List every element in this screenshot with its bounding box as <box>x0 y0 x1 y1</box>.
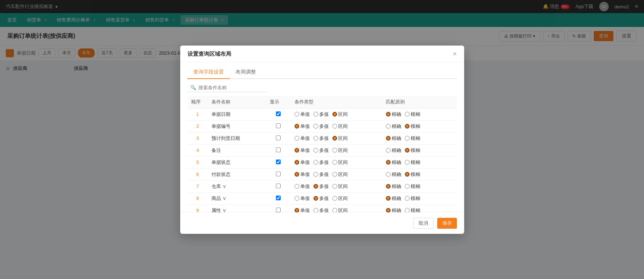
match-radio-模糊[interactable] <box>405 148 410 153</box>
type-radio-区间[interactable] <box>332 184 337 189</box>
match-radio-精确[interactable] <box>386 124 391 129</box>
match-radio-精确[interactable] <box>386 112 391 117</box>
type-radio-item[interactable]: 多值 <box>313 111 329 118</box>
type-radio-单值[interactable] <box>295 184 299 189</box>
table-body: 1单据日期单值多值区间精确模糊2单据编号单值多值区间精确模糊3预计到货日期单值多… <box>187 108 457 207</box>
cell-order: 1 <box>187 108 208 120</box>
display-checkbox[interactable] <box>276 172 281 176</box>
match-radio-模糊[interactable] <box>405 172 410 177</box>
type-radio-item[interactable]: 多值 <box>313 159 329 166</box>
match-radio-精确[interactable] <box>386 196 391 201</box>
match-radio-item[interactable]: 模糊 <box>405 111 420 118</box>
type-radio-item[interactable]: 区间 <box>332 147 348 154</box>
match-radio-模糊[interactable] <box>405 184 410 189</box>
match-radio-item[interactable]: 精确 <box>386 195 401 202</box>
type-radio-多值[interactable] <box>313 136 318 141</box>
match-radio-模糊[interactable] <box>405 124 410 129</box>
type-radio-单值[interactable] <box>295 196 299 201</box>
display-checkbox[interactable] <box>276 123 281 128</box>
match-radio-item[interactable]: 模糊 <box>405 171 420 178</box>
type-radio-区间[interactable] <box>332 136 337 141</box>
type-radio-单值[interactable] <box>295 172 299 177</box>
display-checkbox[interactable] <box>276 148 281 152</box>
type-radio-item[interactable]: 多值 <box>313 171 329 178</box>
match-radio-精确[interactable] <box>386 172 391 177</box>
type-radio-区间[interactable] <box>332 148 337 153</box>
type-radio-item[interactable]: 区间 <box>332 111 348 118</box>
type-radio-item[interactable]: 单值 <box>295 111 310 118</box>
match-radio-item[interactable]: 模糊 <box>405 147 420 154</box>
type-radio-区间[interactable] <box>332 112 337 117</box>
match-radio-模糊[interactable] <box>405 196 410 201</box>
type-radio-item[interactable]: 区间 <box>332 135 348 142</box>
type-radio-多值[interactable] <box>313 196 318 201</box>
type-radio-item[interactable]: 多值 <box>313 135 329 142</box>
cell-match: 精确模糊 <box>382 156 457 168</box>
tab-layout-adjust[interactable]: 布局调整 <box>230 66 262 79</box>
match-radio-item[interactable]: 模糊 <box>405 159 420 166</box>
type-radio-item[interactable]: 多值 <box>313 195 329 202</box>
th-match: 匹配原则 <box>382 96 457 109</box>
match-radio-item[interactable]: 精确 <box>386 135 401 142</box>
match-radio-精确[interactable] <box>386 148 391 153</box>
type-radio-item[interactable]: 区间 <box>332 123 348 130</box>
match-radio-item[interactable]: 模糊 <box>405 195 420 202</box>
type-radio-区间[interactable] <box>332 196 337 201</box>
type-radio-单值[interactable] <box>295 136 299 141</box>
match-radio-精确[interactable] <box>386 184 391 189</box>
match-radio-item[interactable]: 精确 <box>386 147 401 154</box>
type-radio-item[interactable]: 单值 <box>295 171 310 178</box>
type-radio-item[interactable]: 多值 <box>313 123 329 130</box>
match-radio-精确[interactable] <box>386 136 391 141</box>
type-radio-区间[interactable] <box>332 160 337 165</box>
display-checkbox[interactable] <box>276 184 281 188</box>
type-radio-item[interactable]: 区间 <box>332 195 348 202</box>
tab-field-settings[interactable]: 查询字段设置 <box>187 66 230 79</box>
type-radio-区间[interactable] <box>332 172 337 177</box>
modal-close-button[interactable]: × <box>453 51 457 57</box>
match-radio-item[interactable]: 精确 <box>386 111 401 118</box>
match-radio-item[interactable]: 精确 <box>386 159 401 166</box>
type-radio-item[interactable]: 区间 <box>332 171 348 178</box>
search-input[interactable] <box>198 85 265 90</box>
display-checkbox[interactable] <box>276 135 281 140</box>
type-radio-item[interactable]: 单值 <box>295 123 310 130</box>
type-radio-单值[interactable] <box>295 112 299 117</box>
cell-type: 单值多值区间 <box>291 204 382 207</box>
match-radio-item[interactable]: 精确 <box>386 123 401 130</box>
type-radio-单值[interactable] <box>295 124 299 129</box>
display-checkbox[interactable] <box>276 111 281 116</box>
cell-type: 单值多值区间 <box>291 180 382 192</box>
type-radio-item[interactable]: 单值 <box>295 147 310 154</box>
type-radio-item[interactable]: 多值 <box>313 147 329 154</box>
type-radio-item[interactable]: 多值 <box>313 183 329 190</box>
match-radio-模糊[interactable] <box>405 136 410 141</box>
type-radio-item[interactable]: 单值 <box>295 195 310 202</box>
match-radio-item[interactable]: 模糊 <box>405 183 420 190</box>
type-radio-多值[interactable] <box>313 172 318 177</box>
match-radio-精确[interactable] <box>386 160 391 165</box>
type-radio-多值[interactable] <box>313 112 318 117</box>
type-radio-区间[interactable] <box>332 124 337 129</box>
display-checkbox[interactable] <box>276 196 281 200</box>
type-radio-item[interactable]: 单值 <box>295 159 310 166</box>
type-radio-多值[interactable] <box>313 184 318 189</box>
match-radio-item[interactable]: 精确 <box>386 183 401 190</box>
type-radio-单值[interactable] <box>295 148 299 153</box>
type-radio-单值[interactable] <box>295 160 299 165</box>
cell-match: 精确模糊 <box>382 192 457 204</box>
type-radio-多值[interactable] <box>313 148 318 153</box>
match-radio-item[interactable]: 精确 <box>386 171 401 178</box>
match-radio-模糊[interactable] <box>405 112 410 117</box>
cell-display <box>266 180 291 192</box>
type-radio-item[interactable]: 单值 <box>295 135 310 142</box>
type-radio-多值[interactable] <box>313 160 318 165</box>
match-radio-item[interactable]: 模糊 <box>405 123 420 130</box>
type-radio-多值[interactable] <box>313 124 318 129</box>
type-radio-item[interactable]: 单值 <box>295 183 310 190</box>
type-radio-item[interactable]: 区间 <box>332 183 348 190</box>
type-radio-item[interactable]: 区间 <box>332 159 348 166</box>
match-radio-模糊[interactable] <box>405 160 410 165</box>
display-checkbox[interactable] <box>276 160 281 164</box>
match-radio-item[interactable]: 模糊 <box>405 135 420 142</box>
